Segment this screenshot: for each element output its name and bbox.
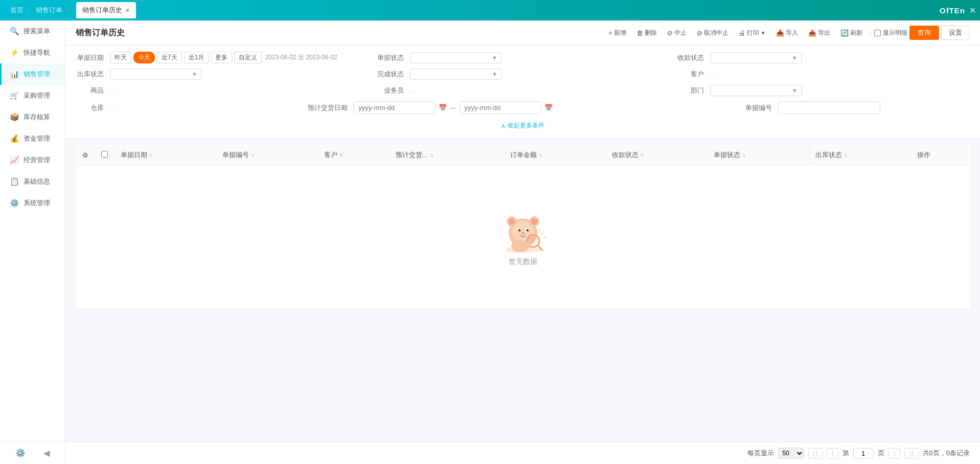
next-page-btn[interactable]: ⟩ [888, 448, 900, 459]
th-amount[interactable]: 订单金额 ⇅ [504, 145, 605, 165]
date-range-separator: — [450, 104, 457, 112]
date-more-btn[interactable]: 更多 [211, 52, 232, 63]
cancel-stop-button[interactable]: ⊘ 取消中止 [693, 27, 733, 39]
department-select[interactable]: ▼ [710, 85, 802, 96]
svg-point-12 [509, 218, 515, 225]
sidebar-collapse-icon[interactable]: ◀ [43, 448, 50, 458]
display-detail-checkbox[interactable] [874, 30, 881, 36]
delivery-status-select[interactable]: ▼ [110, 69, 202, 80]
payment-status-control: ▼ [710, 52, 970, 63]
add-button[interactable]: + 新增 [604, 27, 630, 39]
th-delivery-date[interactable]: 预计交货... ⇅ [390, 145, 504, 165]
toolbar-separator: | [870, 29, 871, 37]
sidebar-label-operations: 经营管理 [24, 156, 50, 165]
query-button[interactable]: 查询 [909, 26, 939, 40]
payment-status-label: 收款状态 [676, 53, 704, 62]
sidebar-item-purchase-mgmt[interactable]: 🛒 采购管理 [0, 85, 65, 106]
stop-button[interactable]: ⊘ 中止 [663, 27, 691, 39]
sidebar-label-purchase-mgmt: 采购管理 [24, 91, 50, 100]
print-button[interactable]: 🖨 打印 ▼ [735, 27, 770, 39]
collapse-up-icon: ∧ [501, 122, 506, 129]
display-option-label[interactable]: 显示明细 [874, 29, 907, 37]
sidebar-label-inventory: 库存核算 [24, 113, 50, 122]
customer-control: ... [710, 71, 970, 78]
delete-icon: 🗑 [636, 29, 643, 37]
date-yesterday-btn[interactable]: 昨天 [110, 52, 131, 63]
calendar-end-icon[interactable]: 📅 [544, 104, 553, 112]
capital-mgmt-icon: 💰 [10, 134, 19, 143]
sidebar-item-basic-info[interactable]: 📋 基础信息 [0, 171, 65, 192]
prev-page-btn[interactable]: ⟨ [827, 448, 838, 459]
top-bar-close-btn[interactable]: ✕ [969, 6, 976, 15]
sidebar-item-inventory[interactable]: 📦 库存核算 [0, 106, 65, 128]
last-page-btn[interactable]: ⟩⟩ [904, 448, 919, 459]
th-order-status[interactable]: 单据状态 ⇅ [707, 145, 809, 165]
warehouse-ellipsis[interactable]: ... [110, 104, 115, 112]
sidebar-item-capital-mgmt[interactable]: 💰 资金管理 [0, 128, 65, 149]
calendar-start-icon[interactable]: 📅 [439, 104, 447, 112]
sidebar-label-sales-mgmt: 销售管理 [24, 70, 50, 79]
completion-status-arrow-icon: ▼ [492, 71, 497, 77]
sidebar-item-operations[interactable]: 📈 经营管理 [0, 149, 65, 171]
page-number-input[interactable] [853, 448, 874, 459]
total-text: 共0页，0条记录 [923, 449, 970, 458]
th-settings-icon[interactable]: ⚙ [82, 151, 88, 159]
refresh-button[interactable]: 🔄 刷新 [836, 27, 867, 39]
salesman-ellipsis[interactable]: ... [410, 87, 415, 94]
delivery-status-arrow-icon: ▼ [192, 71, 197, 77]
tab-sales-order-close[interactable]: ✕ [65, 7, 70, 14]
tab-sales-order-history[interactable]: 销售订单历史 ✕ [76, 2, 136, 18]
tab-sales-order-history-close[interactable]: ✕ [125, 7, 130, 14]
sidebar-settings-icon[interactable]: ⚙️ [15, 448, 26, 458]
order-status-select[interactable]: ▼ [410, 52, 502, 63]
th-number[interactable]: 单据编号 ⇅ [216, 145, 317, 165]
date-last7-btn[interactable]: 近7天 [157, 52, 182, 63]
th-checkbox[interactable] [95, 145, 115, 165]
sidebar-label-system-mgmt: 系统管理 [24, 198, 50, 208]
page-unit: 页 [878, 449, 884, 458]
settings-button[interactable]: 设置 [941, 26, 970, 40]
main-layout: 🔍 搜索菜单 ⚡ 快捷导航 📊 销售管理 🛒 采购管理 📦 库存核算 💰 资金管… [0, 20, 980, 464]
customer-ellipsis[interactable]: ... [710, 71, 715, 78]
payment-status-select[interactable]: ▼ [710, 52, 802, 63]
delete-button[interactable]: 🗑 删除 [632, 27, 661, 39]
page-label: 第 [842, 449, 849, 458]
svg-point-5 [518, 229, 520, 232]
page-header: 销售订单历史 + 新增 🗑 删除 ⊘ 中止 ⊘ 取消中止 [65, 20, 980, 46]
sidebar-item-quick-nav[interactable]: ⚡ 快捷导航 [0, 42, 65, 63]
th-delivery-status[interactable]: 出库状态 ⇅ [809, 145, 910, 165]
date-today-btn[interactable]: 今天 [133, 52, 155, 63]
date-custom-btn[interactable]: 自定义 [234, 52, 262, 63]
tab-home[interactable]: 首页 [4, 2, 30, 18]
sidebar-label-quick-nav: 快捷导航 [24, 48, 50, 57]
order-number-input[interactable] [778, 101, 880, 114]
sidebar: 🔍 搜索菜单 ⚡ 快捷导航 📊 销售管理 🛒 采购管理 📦 库存核算 💰 资金管… [0, 20, 65, 464]
th-customer[interactable]: 客户 ⇅ [317, 145, 389, 165]
th-settings[interactable]: ⚙ [76, 145, 95, 165]
order-status-control: ▼ [410, 52, 670, 63]
date-last-month-btn[interactable]: 近1月 [184, 52, 209, 63]
page-size-select[interactable]: 50 10 20 100 [778, 448, 804, 459]
export-button[interactable]: 📤 导出 [804, 27, 834, 39]
sidebar-item-search-menu[interactable]: 🔍 搜索菜单 [0, 20, 65, 42]
th-payment-status[interactable]: 收款状态 ⇅ [605, 145, 707, 165]
sidebar-item-sales-mgmt[interactable]: 📊 销售管理 [0, 63, 65, 85]
sidebar-item-system-mgmt[interactable]: ⚙️ 系统管理 [0, 192, 65, 214]
topbar-right: OfTEn ✕ [940, 6, 976, 15]
quick-nav-icon: ⚡ [10, 48, 19, 57]
tab-sales-order[interactable]: 销售订单 ✕ [30, 2, 76, 18]
sidebar-bottom: ⚙️ ◀ [0, 441, 65, 464]
first-page-btn[interactable]: ⟨⟨ [808, 448, 823, 459]
import-button[interactable]: 📥 导入 [772, 27, 802, 39]
select-all-checkbox[interactable] [101, 151, 108, 158]
delivery-date-end-input[interactable] [460, 101, 541, 114]
goods-label: 商品 [76, 86, 104, 95]
salesman-control: ... [410, 87, 670, 94]
svg-point-9 [521, 232, 525, 234]
completion-status-select[interactable]: ▼ [410, 69, 502, 80]
th-date[interactable]: 单据日期 ⇅ [115, 145, 216, 165]
collapse-more-btn[interactable]: ∧ 收起更多条件 [76, 119, 970, 132]
delivery-date-start-input[interactable] [354, 101, 436, 114]
goods-ellipsis[interactable]: ... [110, 87, 115, 94]
department-label: 部门 [676, 86, 704, 95]
